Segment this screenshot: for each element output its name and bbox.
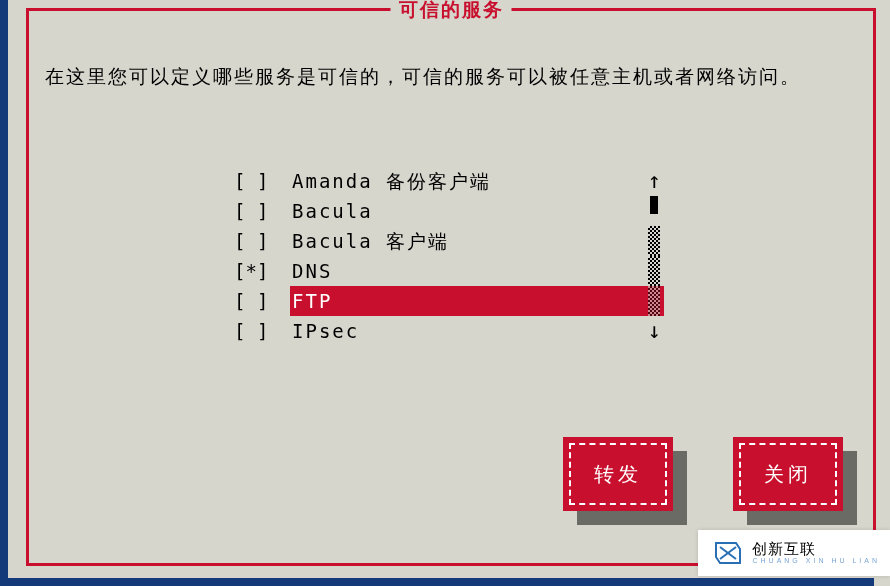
checkbox[interactable]: [ ] — [234, 316, 290, 346]
watermark-text-cn: 创新互联 — [752, 541, 880, 558]
service-label: Bacula 客户端 — [290, 226, 664, 256]
scroll-track[interactable] — [648, 226, 660, 256]
service-label: Amanda 备份客户端 — [290, 166, 664, 196]
checkbox[interactable]: [ ] — [234, 196, 290, 226]
window-frame: 可信的服务 在这里您可以定义哪些服务是可信的，可信的服务可以被任意主机或者网络访… — [0, 0, 874, 586]
service-item-dns[interactable]: [*] DNS — [234, 256, 664, 286]
button-label: 转发 — [594, 461, 642, 488]
scrollbar[interactable]: ↑ ↓ — [647, 166, 661, 346]
scroll-down-icon[interactable]: ↓ — [647, 316, 661, 346]
checkbox[interactable]: [ ] — [234, 166, 290, 196]
watermark: 创新互联 CHUANG XIN HU LIAN — [698, 530, 890, 576]
checkbox[interactable]: [ ] — [234, 286, 290, 316]
checkbox[interactable]: [*] — [234, 256, 290, 286]
service-label: Bacula — [290, 196, 664, 226]
trusted-services-dialog: 可信的服务 在这里您可以定义哪些服务是可信的，可信的服务可以被任意主机或者网络访… — [26, 8, 876, 566]
scroll-up-icon[interactable]: ↑ — [647, 166, 661, 196]
watermark-text-en: CHUANG XIN HU LIAN — [752, 557, 880, 565]
service-label: FTP — [290, 286, 664, 316]
scroll-track[interactable] — [648, 256, 660, 286]
dialog-title: 可信的服务 — [391, 0, 512, 23]
forward-button[interactable]: 转发 — [563, 437, 673, 511]
service-item-bacula-client[interactable]: [ ] Bacula 客户端 — [234, 226, 664, 256]
checkbox[interactable]: [ ] — [234, 226, 290, 256]
close-button[interactable]: 关闭 — [733, 437, 843, 511]
watermark-logo-icon — [712, 537, 744, 569]
scroll-track[interactable] — [648, 286, 660, 316]
service-item-ipsec[interactable]: [ ] IPsec — [234, 316, 664, 346]
service-item-amanda[interactable]: [ ] Amanda 备份客户端 — [234, 166, 664, 196]
service-list: [ ] Amanda 备份客户端 [ ] Bacula [ ] Bacula 客… — [234, 166, 664, 346]
scroll-thumb[interactable] — [650, 196, 658, 214]
button-label: 关闭 — [764, 461, 812, 488]
dialog-description: 在这里您可以定义哪些服务是可信的，可信的服务可以被任意主机或者网络访问。 — [45, 61, 857, 91]
service-label: DNS — [290, 256, 664, 286]
dialog-buttons: 转发 关闭 — [563, 437, 843, 511]
service-item-ftp[interactable]: [ ] FTP — [234, 286, 664, 316]
service-label: IPsec — [290, 316, 664, 346]
service-item-bacula[interactable]: [ ] Bacula — [234, 196, 664, 226]
